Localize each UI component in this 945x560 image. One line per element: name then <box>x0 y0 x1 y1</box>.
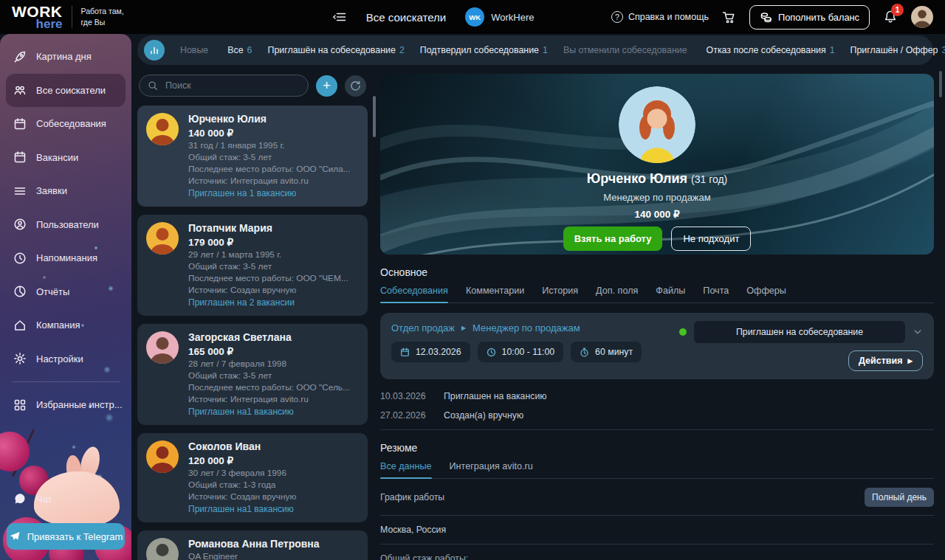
notifications-button[interactable]: 1 <box>883 10 898 24</box>
sidebar-item-all-candidates[interactable]: Все соискатели <box>6 74 126 108</box>
sidebar-item-settings[interactable]: Настройки <box>0 342 131 376</box>
tab-history[interactable]: История <box>542 286 578 303</box>
cart-icon[interactable] <box>722 10 736 24</box>
candidate-card[interactable]: Загорская Светлана 165 000 ₽ 28 лет / 7 … <box>137 324 368 425</box>
chat-icon <box>13 492 27 505</box>
help-label: Справка и помощь <box>628 12 709 22</box>
menu-collapse-icon[interactable] <box>332 10 347 24</box>
list-icon <box>13 184 27 198</box>
tab-all-data[interactable]: Все данные <box>380 461 432 478</box>
topup-label: Пополнить баланс <box>778 12 859 23</box>
candidate-salary: 140 000 ₽ <box>188 128 351 139</box>
schedule-value-chip: Полный день <box>865 488 934 507</box>
hero-content: Юрченко Юлия (31 год) Менеджер по продаж… <box>380 74 934 255</box>
tab-mail[interactable]: Почта <box>703 286 729 303</box>
interview-duration: 60 минут <box>595 347 633 357</box>
candidate-card[interactable]: Романова Анна Петровна QA Engineer Общий… <box>137 530 368 560</box>
candidate-vacancy-link[interactable]: Приглашен на 1 вакансию <box>188 188 351 199</box>
candidate-meta: Последнее место работы: ООО "Сель... <box>188 381 350 393</box>
history-event: Приглашен на вакансию <box>444 391 547 401</box>
candidate-vacancy-link[interactable]: Приглашен на1 вакансию <box>188 504 296 515</box>
calendar-icon <box>13 117 27 131</box>
tagline-line2: где Вы <box>81 17 124 28</box>
candidate-card[interactable]: Потапчик Мария 179 000 ₽ 29 лет / 1 март… <box>137 215 368 316</box>
candidate-meta: 29 лет / 1 марта 1995 г. <box>188 249 348 260</box>
candidate-card[interactable]: Соколов Иван 120 000 ₽ 30 лет / 3 феврал… <box>137 433 368 522</box>
candidate-meta: 30 лет / 3 февраля 1996 <box>188 467 296 479</box>
candidate-vacancy-link[interactable]: Приглашен на 2 вакансии <box>188 297 348 308</box>
candidate-vacancy-link[interactable]: Приглашен на1 вакансию <box>188 407 350 418</box>
filter-label: Подтвердил собеседование <box>420 45 539 55</box>
workhere-logo[interactable]: WORK here <box>12 4 63 30</box>
candidate-meta: Источник: Интеграция avito.ru <box>188 175 351 187</box>
history-refresh-button[interactable] <box>345 75 366 97</box>
tab-interviews[interactable]: Собеседования <box>380 286 448 303</box>
sidebar-item-vacancies[interactable]: Вакансии <box>0 141 131 175</box>
user-avatar[interactable] <box>911 6 933 28</box>
profile-name-text: Юрченко Юлия <box>587 171 687 186</box>
tab-files[interactable]: Файлы <box>656 286 685 303</box>
filter-cancelled-interview[interactable]: Вы отменили собеседование <box>563 45 691 55</box>
sidebar-item-requests[interactable]: Заявки <box>0 174 131 208</box>
sidebar-item-company[interactable]: Компания <box>0 308 131 342</box>
sidebar-item-label: Настройки <box>36 353 83 364</box>
profile-position: Менеджер по продажам <box>603 192 710 203</box>
tab-avito-integration[interactable]: Интеграция avito.ru <box>450 461 533 478</box>
tab-offers[interactable]: Офферы <box>746 286 786 303</box>
chevron-down-icon <box>913 327 923 337</box>
hire-button[interactable]: Взять на работу <box>563 227 663 251</box>
department-link[interactable]: Отдел продаж <box>391 322 455 333</box>
add-candidate-button[interactable]: + <box>316 75 337 97</box>
sidebar-item-favorites[interactable]: Избранные инстр... <box>0 388 131 422</box>
tab-extra-fields[interactable]: Доп. поля <box>596 286 638 303</box>
search-input[interactable] <box>164 80 300 91</box>
candidate-card[interactable]: Юрченко Юлия 140 000 ₽ 31 год / 1 января… <box>137 106 368 207</box>
vacancy-link[interactable]: Менеджер по продажам <box>472 322 580 333</box>
filter-label: Все <box>227 45 243 55</box>
sidebar: Картина дня Все соискатели Собеседования… <box>0 34 131 560</box>
clock-icon <box>13 252 27 265</box>
candidate-name: Юрченко Юлия <box>188 113 351 125</box>
candidate-meta: Общий стаж: 1-3 года <box>188 479 296 491</box>
reject-button[interactable]: Не подходит <box>671 227 751 251</box>
telegram-link-button[interactable]: Привязать к Telegram <box>7 523 125 550</box>
filter-count: 2 <box>399 45 405 55</box>
profile-name: Юрченко Юлия (31 год) <box>587 171 728 187</box>
sidebar-item-label: Заявки <box>36 185 67 196</box>
main-scrollbar[interactable] <box>939 71 942 97</box>
actions-button[interactable]: Действия ▶ <box>848 350 923 371</box>
status-select[interactable]: Приглашен на собеседование <box>679 321 923 343</box>
sidebar-item-chat[interactable]: Чат <box>0 483 131 516</box>
resume-section-title: Резюме <box>380 442 934 454</box>
candidate-meta: Общий стаж: 3-5 лет <box>188 370 350 381</box>
filter-new[interactable]: Новые <box>180 45 212 55</box>
filter-confirmed-interview[interactable]: Подтвердил собеседование1 <box>420 45 548 55</box>
filter-invited-offer[interactable]: Приглашён / Оффер3 <box>850 45 945 55</box>
interview-date: 12.03.2026 <box>416 347 461 357</box>
history-list: 10.03.2026 Приглашен на вакансию 27.02.2… <box>380 391 934 421</box>
candidate-avatar <box>146 113 179 145</box>
help-button[interactable]: ? Справка и помощь <box>611 11 709 23</box>
section-divider <box>380 429 934 430</box>
profile-salary: 140 000 ₽ <box>634 208 679 220</box>
filter-all[interactable]: Все6 <box>227 45 252 55</box>
workspace-badge[interactable]: WK <box>465 7 484 27</box>
candidate-meta: Источник: Создан вручную <box>188 491 296 502</box>
sidebar-item-interviews[interactable]: Собеседования <box>0 107 131 141</box>
topup-balance-button[interactable]: Пополнить баланс <box>749 5 870 30</box>
sidebar-item-reminders[interactable]: Напоминания <box>0 241 131 275</box>
sidebar-item-reports[interactable]: Отчёты <box>0 275 131 309</box>
interview-info: Отдел продаж ▶ Менеджер по продажам 12.0… <box>391 321 642 362</box>
rocket-icon <box>13 50 27 63</box>
filter-rejected-after-interview[interactable]: Отказ после собеседования1 <box>707 45 835 55</box>
candidate-meta: Источник: Интеграция avito.ru <box>188 393 350 405</box>
sidebar-item-users[interactable]: Пользователи <box>0 208 131 242</box>
filter-invited-interview[interactable]: Приглашён на собеседование2 <box>267 45 404 55</box>
logo-tagline: Работа там, где Вы <box>72 6 124 27</box>
list-scrollbar[interactable] <box>373 96 376 137</box>
candidate-salary: 120 000 ₽ <box>188 455 296 467</box>
funnel-chart-icon[interactable] <box>144 40 165 61</box>
section-divider <box>380 515 934 516</box>
tab-comments[interactable]: Комментарии <box>466 286 524 303</box>
sidebar-item-dashboard[interactable]: Картина дня <box>0 40 131 74</box>
